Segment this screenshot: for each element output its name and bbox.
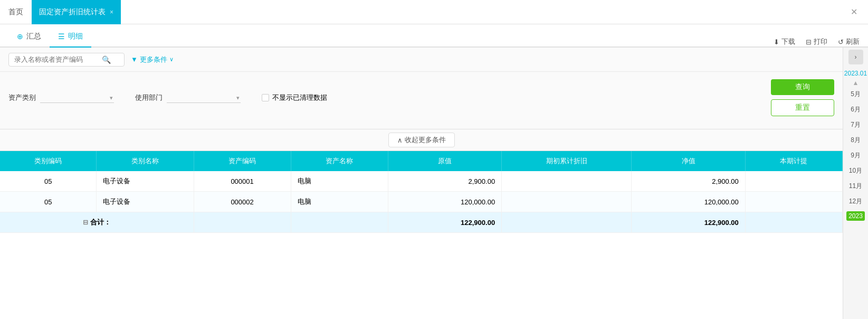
query-button[interactable]: 查询 xyxy=(771,79,834,95)
search-bar: 🔍 ▼ 更多条件 ∨ xyxy=(0,48,843,72)
tab-bar: ⊕ 汇总 ☰ 明细 ⬇ 下载 ⊟ 打印 ↺ 刷新 xyxy=(0,24,868,48)
search-icon: 🔍 xyxy=(102,55,111,64)
col-asset-code: 资产编码 xyxy=(194,151,291,171)
hide-cleared-label: 不显示已清理数据 xyxy=(272,93,327,102)
col-category-code: 类别编码 xyxy=(0,151,97,171)
table-container: 类别编码 类别名称 资产编码 资产名称 原值 期初累计折旧 净值 本期计提 05 xyxy=(0,151,843,319)
month-5[interactable]: 5月 xyxy=(843,87,868,102)
table-total-row: ⊟ 合计： 122,900.00 122,900.00 xyxy=(0,212,843,233)
detail-icon: ☰ xyxy=(58,32,65,41)
month-6[interactable]: 6月 xyxy=(843,102,868,117)
download-button[interactable]: ⬇ 下载 xyxy=(774,37,795,46)
col-current-depreciation: 本期计提 xyxy=(745,151,842,171)
month-7[interactable]: 7月 xyxy=(843,117,868,133)
cell-total-net-value: 122,900.00 xyxy=(632,212,745,233)
sidebar-expand-arrow[interactable]: › xyxy=(848,50,863,64)
download-label: 下载 xyxy=(781,37,795,46)
tab-detail-label: 明细 xyxy=(68,32,83,41)
department-select[interactable] xyxy=(167,92,241,103)
cell-asset-name: 电脑 xyxy=(291,171,388,192)
cell-total-current xyxy=(745,212,842,233)
asset-category-label: 资产类别 xyxy=(8,93,36,102)
col-accumulated-depreciation: 期初累计折旧 xyxy=(502,151,632,171)
cell-total-empty1 xyxy=(194,212,291,233)
refresh-icon: ↺ xyxy=(838,38,844,46)
col-net-value: 净值 xyxy=(632,151,745,171)
tab-summary[interactable]: ⊕ 汇总 xyxy=(8,26,50,48)
cell-net-value: 120,000.00 xyxy=(632,192,745,212)
tab-summary-label: 汇总 xyxy=(26,32,41,41)
print-label: 打印 xyxy=(814,37,827,46)
search-input-wrap[interactable]: 🔍 xyxy=(8,53,125,67)
collapse-button[interactable]: ∧ 收起更多条件 xyxy=(388,133,455,147)
hide-cleared-field[interactable]: 不显示已清理数据 xyxy=(262,93,327,102)
data-table: 类别编码 类别名称 资产编码 资产名称 原值 期初累计折旧 净值 本期计提 05 xyxy=(0,151,843,233)
refresh-button[interactable]: ↺ 刷新 xyxy=(838,37,860,46)
refresh-label: 刷新 xyxy=(846,37,860,46)
more-filters-button[interactable]: ▼ 更多条件 ∨ xyxy=(131,55,174,64)
cell-asset-code: 000002 xyxy=(194,192,291,212)
total-text: 合计： xyxy=(90,218,111,227)
cell-original-value: 2,900.00 xyxy=(388,171,501,192)
cell-accumulated-depreciation xyxy=(502,192,632,212)
cell-category-code: 05 xyxy=(0,171,97,192)
collapse-bar: ∧ 收起更多条件 xyxy=(0,129,843,151)
print-icon: ⊟ xyxy=(806,38,812,46)
cell-total-label: ⊟ 合计： xyxy=(0,212,194,233)
left-panel: 🔍 ▼ 更多条件 ∨ 资产类别 使用部门 xyxy=(0,48,843,319)
download-icon: ⬇ xyxy=(774,38,779,46)
hide-cleared-checkbox[interactable] xyxy=(262,94,269,101)
month-12[interactable]: 12月 xyxy=(843,194,868,209)
filter-label: 更多条件 xyxy=(140,55,167,64)
cell-current-depreciation xyxy=(745,192,842,212)
table-row: 05 电子设备 000001 电脑 2,900.00 2,900.00 xyxy=(0,171,843,192)
cell-asset-name: 电脑 xyxy=(291,192,388,212)
cell-total-accumulated xyxy=(502,212,632,233)
col-asset-name: 资产名称 xyxy=(291,151,388,171)
year-badge[interactable]: 2023 xyxy=(846,211,865,221)
tab-detail[interactable]: ☰ 明细 xyxy=(50,26,91,48)
cell-total-original-value: 122,900.00 xyxy=(388,212,501,233)
home-link[interactable]: 首页 xyxy=(8,7,32,17)
date-display: 2023.01 xyxy=(843,68,868,79)
col-category-name: 类别名称 xyxy=(97,151,194,171)
col-original-value: 原值 xyxy=(388,151,501,171)
asset-category-select-wrapper[interactable] xyxy=(40,92,114,103)
cell-net-value: 2,900.00 xyxy=(632,171,745,192)
summary-icon: ⊕ xyxy=(17,32,23,41)
collapse-icon: ∧ xyxy=(397,136,403,144)
month-11[interactable]: 11月 xyxy=(843,179,868,194)
department-select-wrapper[interactable] xyxy=(167,92,241,103)
month-10[interactable]: 10月 xyxy=(843,163,868,179)
cell-asset-code: 000001 xyxy=(194,171,291,192)
collapse-label: 收起更多条件 xyxy=(405,135,446,145)
cell-category-name: 电子设备 xyxy=(97,192,194,212)
search-input[interactable] xyxy=(14,55,99,63)
asset-category-select[interactable] xyxy=(40,92,114,103)
cell-current-depreciation xyxy=(745,171,842,192)
chevron-down-icon: ∨ xyxy=(169,56,174,63)
month-9[interactable]: 9月 xyxy=(843,148,868,163)
print-button[interactable]: ⊟ 打印 xyxy=(806,37,827,46)
top-nav: 首页 固定资产折旧统计表 × ✕ xyxy=(0,0,868,24)
filter-buttons: 查询 重置 xyxy=(771,79,834,116)
up-icon[interactable]: ▲ xyxy=(853,79,859,87)
window-close-button[interactable]: ✕ xyxy=(848,5,860,19)
cell-category-name: 电子设备 xyxy=(97,171,194,192)
filter-icon: ▼ xyxy=(131,55,138,63)
cell-original-value: 120,000.00 xyxy=(388,192,501,212)
filter-row: 资产类别 使用部门 xyxy=(8,79,834,116)
main-content: 🔍 ▼ 更多条件 ∨ 资产类别 使用部门 xyxy=(0,48,868,319)
table-header-row: 类别编码 类别名称 资产编码 资产名称 原值 期初累计折旧 净值 本期计提 xyxy=(0,151,843,171)
filter-panel: 资产类别 使用部门 xyxy=(0,72,843,129)
asset-category-field: 资产类别 xyxy=(8,92,114,103)
right-sidebar: › 2023.01 ▲ 5月 6月 7月 8月 9月 10月 11月 12月 2… xyxy=(843,48,868,319)
month-8[interactable]: 8月 xyxy=(843,133,868,148)
tab-actions: ⬇ 下载 ⊟ 打印 ↺ 刷新 xyxy=(774,37,860,46)
tab-close-icon[interactable]: × xyxy=(110,8,113,16)
total-icon: ⊟ xyxy=(83,219,88,226)
department-field: 使用部门 xyxy=(135,92,241,103)
reset-button[interactable]: 重置 xyxy=(771,99,834,116)
cell-category-code: 05 xyxy=(0,192,97,212)
active-tab[interactable]: 固定资产折旧统计表 × xyxy=(32,0,121,24)
